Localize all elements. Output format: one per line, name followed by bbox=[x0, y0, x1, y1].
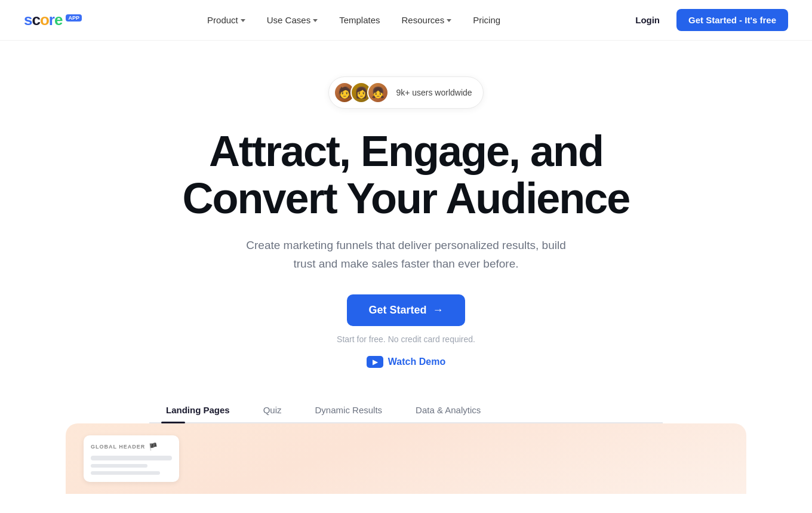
tab-dynamic-results[interactable]: Dynamic Results bbox=[299, 398, 399, 422]
preview-card: GLOBAL HEADER 🏴 bbox=[66, 423, 746, 494]
logo-badge: APP bbox=[66, 14, 82, 21]
login-button[interactable]: Login bbox=[626, 10, 669, 30]
tab-quiz[interactable]: Quiz bbox=[247, 398, 299, 422]
hero-subtitle: Create marketing funnels that deliver pe… bbox=[239, 236, 573, 273]
nav-item-templates[interactable]: Templates bbox=[331, 10, 388, 30]
nav-item-product[interactable]: Product bbox=[199, 10, 254, 30]
tab-landing-pages[interactable]: Landing Pages bbox=[149, 398, 247, 422]
hero-title: Attract, Engage, and Convert Your Audien… bbox=[183, 128, 630, 222]
logo-text: score bbox=[24, 11, 62, 29]
preview-section: GLOBAL HEADER 🏴 bbox=[54, 423, 758, 494]
tabs-nav: Landing Pages Quiz Dynamic Results Data … bbox=[149, 398, 663, 423]
chevron-down-icon bbox=[447, 19, 451, 22]
logo-link[interactable]: score APP bbox=[24, 11, 82, 29]
video-icon: ▶ bbox=[367, 356, 383, 368]
preview-sidebar-label: GLOBAL HEADER 🏴 bbox=[91, 443, 172, 451]
chevron-down-icon bbox=[313, 19, 318, 22]
chevron-down-icon bbox=[241, 19, 245, 22]
nav-item-pricing[interactable]: Pricing bbox=[465, 10, 509, 30]
arrow-right-icon: → bbox=[433, 304, 444, 317]
nav-links: Product Use Cases Templates Resources Pr… bbox=[199, 10, 509, 30]
navbar: score APP Product Use Cases Templates Re… bbox=[0, 0, 812, 41]
nav-actions: Login Get Started - It's free bbox=[626, 9, 788, 31]
avatar: 👧 bbox=[367, 82, 389, 103]
hero-note: Start for free. No credit card required. bbox=[337, 334, 475, 344]
watch-demo-link[interactable]: ▶ Watch Demo bbox=[367, 356, 445, 368]
hero-section: 🧑 👩 👧 9k+ users worldwide Attract, Engag… bbox=[0, 41, 812, 423]
tabs-section: Landing Pages Quiz Dynamic Results Data … bbox=[149, 398, 663, 423]
users-badge: 🧑 👩 👧 9k+ users worldwide bbox=[328, 76, 483, 109]
preview-sidebar: GLOBAL HEADER 🏴 bbox=[84, 435, 179, 482]
nav-item-resources[interactable]: Resources bbox=[393, 10, 460, 30]
avatar-group: 🧑 👩 👧 bbox=[334, 82, 389, 103]
nav-item-use-cases[interactable]: Use Cases bbox=[259, 10, 326, 30]
users-count-text: 9k+ users worldwide bbox=[396, 88, 472, 97]
tab-data-analytics[interactable]: Data & Analytics bbox=[399, 398, 497, 422]
get-started-hero-button[interactable]: Get Started → bbox=[347, 294, 465, 326]
get-started-nav-button[interactable]: Get Started - It's free bbox=[676, 9, 788, 31]
